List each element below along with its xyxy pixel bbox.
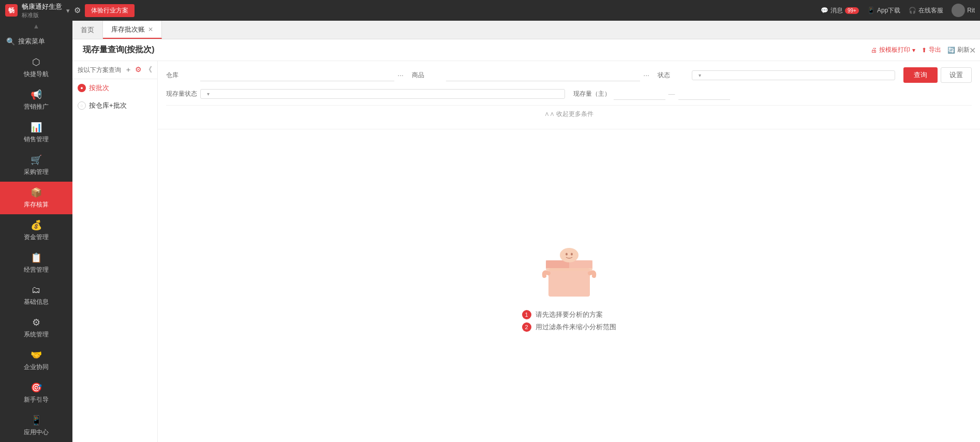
sidebar-nav: ⬡快捷导航📢营销推广📊销售管理🛒采购管理📦库存核算💰资金管理📋经营管理🗂基础信息… — [0, 51, 72, 442]
left-panel-actions: ＋ ⚙ 《 — [125, 65, 152, 75]
step-2-number: 2 — [522, 322, 531, 332]
stock-status-field: 现存量状态 ▾ — [166, 89, 565, 99]
warehouse-input[interactable] — [200, 69, 394, 81]
main-layout: ▲ 🔍 搜索菜单 ⬡快捷导航📢营销推广📊销售管理🛒采购管理📦库存核算💰资金管理📋… — [0, 21, 980, 442]
app-download-action[interactable]: 📱 App下载 — [867, 6, 900, 15]
close-panel-button[interactable]: ✕ — [969, 45, 976, 55]
sidebar-label-quick-nav: 快捷导航 — [24, 70, 49, 79]
tab-batch-account[interactable]: 库存批次账✕ — [103, 21, 162, 39]
sidebar-item-enterprise[interactable]: 🤝企业协同 — [0, 344, 72, 377]
sidebar-icon-inventory: 📦 — [31, 187, 42, 198]
filter-buttons: 查询 设置 — [903, 67, 972, 83]
warehouse-more-icon[interactable]: ··· — [397, 71, 404, 79]
stock-status-select[interactable]: ▾ — [200, 89, 565, 99]
scheme-item-by-warehouse-batch[interactable]: ○按仓库+批次 — [72, 97, 157, 114]
warehouse-label: 仓库 — [166, 71, 197, 80]
stock-amount-from-input[interactable] — [614, 88, 665, 100]
sidebar-icon-enterprise: 🤝 — [31, 349, 42, 361]
page-title: 现存量查询(按批次) — [83, 45, 155, 55]
refresh-button[interactable]: 🔄 刷新 — [947, 46, 970, 54]
warehouse-field: 仓库 ··· — [166, 69, 404, 81]
sidebar-item-newbie[interactable]: 🎯新手引导 — [0, 377, 72, 409]
sidebar-item-marketing[interactable]: 📢营销推广 — [0, 84, 72, 116]
trial-button[interactable]: 体验行业方案 — [85, 4, 135, 17]
tab-label-batch-account: 库存批次账 — [111, 25, 145, 34]
scheme-dot-by-batch: ● — [78, 84, 86, 92]
search-menu-item[interactable]: 🔍 搜索菜单 — [0, 32, 72, 51]
search-icon: 🔍 — [6, 37, 15, 46]
scheme-list: ●按批次○按仓库+批次 — [72, 79, 157, 114]
sidebar-item-sales[interactable]: 📊销售管理 — [0, 116, 72, 149]
scheme-dot-by-warehouse-batch: ○ — [78, 101, 86, 110]
status-field: 状态 ▾ — [658, 70, 895, 80]
stock-amount-to-input[interactable] — [678, 88, 730, 100]
stock-amount-label: 现存量（主） — [573, 90, 611, 98]
header-right-actions: 💬 消息 99+ 📱 App下载 🎧 在线客服 Rit — [821, 4, 975, 17]
collapse-left-icon[interactable]: 《 — [145, 65, 152, 75]
sidebar-scroll-up[interactable]: ▲ — [0, 21, 72, 32]
filter-row-2: 现存量状态 ▾ 现存量（主） — — [166, 88, 972, 100]
print-dropdown-arrow[interactable]: ▾ — [912, 47, 915, 54]
sidebar-icon-newbie: 🎯 — [31, 382, 42, 393]
step-1-number: 1 — [522, 310, 531, 319]
status-select[interactable]: ▾ — [692, 70, 895, 80]
messages-action[interactable]: 💬 消息 99+ — [821, 6, 859, 15]
sidebar-item-operations[interactable]: 📋经营管理 — [0, 247, 72, 279]
sidebar-icon-system: ⚙ — [32, 317, 40, 328]
headset-icon: 🎧 — [909, 7, 916, 14]
empty-step-2: 2 用过滤条件来缩小分析范围 — [522, 322, 616, 332]
left-panel: 按以下方案查询 ＋ ⚙ 《 ●按批次○按仓库+批次 — [72, 61, 158, 442]
refresh-label: 刷新 — [957, 46, 970, 54]
sidebar-label-operations: 经营管理 — [24, 266, 49, 274]
export-label: 导出 — [929, 46, 941, 54]
collapse-filters-button[interactable]: ∧∧ 收起更多条件 — [166, 105, 972, 123]
product-more-icon[interactable]: ··· — [643, 71, 649, 79]
tab-close-batch-account[interactable]: ✕ — [148, 26, 153, 33]
filter-settings-button[interactable]: 设置 — [941, 67, 972, 83]
scheme-label-by-warehouse-batch: 按仓库+批次 — [89, 101, 127, 110]
print-button[interactable]: 🖨 按模板打印 ▾ — [871, 46, 915, 54]
stock-status-dropdown-icon[interactable]: ▾ — [207, 91, 210, 97]
brand-name: 畅康通好生意 — [22, 2, 62, 11]
sidebar-item-finance[interactable]: 💰资金管理 — [0, 214, 72, 247]
product-label: 商品 — [412, 71, 443, 80]
sidebar-item-inventory[interactable]: 📦库存核算 — [0, 182, 72, 214]
customer-service-label: 在线客服 — [918, 6, 943, 15]
header-settings-icon[interactable]: ⚙ — [74, 6, 81, 15]
query-button[interactable]: 查询 — [903, 67, 938, 83]
sidebar-item-quick-nav[interactable]: ⬡快捷导航 — [0, 51, 72, 84]
sidebar-icon-quick-nav: ⬡ — [32, 56, 40, 68]
sidebar-label-finance: 资金管理 — [24, 233, 49, 242]
sidebar-icon-finance: 💰 — [31, 219, 42, 231]
messages-label: 消息 — [830, 6, 843, 15]
sidebar-item-basic[interactable]: 🗂基础信息 — [0, 279, 72, 312]
sidebar-label-inventory: 库存核算 — [24, 200, 49, 209]
empty-step-1: 1 请先选择要分析的方案 — [522, 310, 616, 319]
export-icon: ⬆ — [922, 47, 927, 54]
product-input[interactable] — [446, 69, 640, 81]
svg-rect-0 — [548, 268, 590, 297]
brand-dropdown-arrow[interactable]: ▾ — [66, 7, 70, 14]
sidebar-item-purchase[interactable]: 🛒采购管理 — [0, 149, 72, 182]
step-1-text: 请先选择要分析的方案 — [536, 310, 603, 319]
tab-home[interactable]: 首页 — [72, 21, 103, 39]
sidebar-item-system[interactable]: ⚙系统管理 — [0, 312, 72, 344]
add-scheme-icon[interactable]: ＋ — [125, 65, 132, 75]
sidebar-item-app-center[interactable]: 📱应用中心 — [0, 409, 72, 442]
user-avatar — [952, 4, 965, 17]
status-dropdown-icon[interactable]: ▾ — [699, 72, 701, 78]
right-content: 仓库 ··· 商品 ··· 状态 — [158, 61, 980, 442]
sidebar-label-system: 系统管理 — [24, 330, 49, 339]
stock-amount-field: 现存量（主） — — [573, 88, 972, 100]
filter-row-1: 仓库 ··· 商品 ··· 状态 — [166, 67, 972, 83]
brand-info: 畅康通好生意 标准版 — [22, 2, 62, 19]
export-button[interactable]: ⬆ 导出 — [922, 46, 941, 54]
product-field: 商品 ··· — [412, 69, 649, 81]
sidebar-icon-operations: 📋 — [31, 252, 42, 263]
scheme-item-by-batch[interactable]: ●按批次 — [72, 79, 157, 97]
print-label: 按模板打印 — [879, 46, 910, 54]
scheme-settings-icon[interactable]: ⚙ — [135, 65, 142, 75]
customer-service-action[interactable]: 🎧 在线客服 — [909, 6, 943, 15]
user-profile[interactable]: Rit — [952, 4, 975, 17]
svg-point-4 — [571, 253, 573, 256]
